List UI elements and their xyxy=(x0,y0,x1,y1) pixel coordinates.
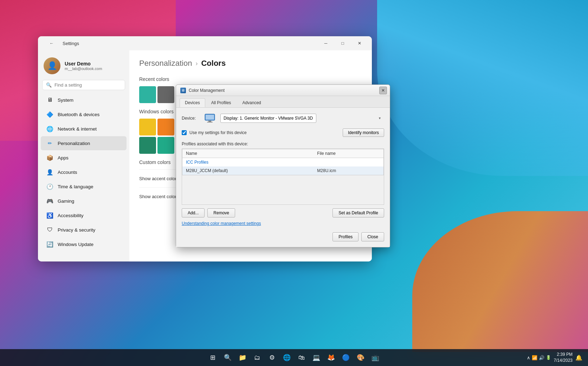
left-buttons: Add... Remove xyxy=(182,208,235,217)
sidebar-item-label-apps: Apps xyxy=(58,155,69,160)
windows-color-swatch[interactable] xyxy=(139,137,156,154)
notification-icon[interactable]: 🔔 xyxy=(575,354,582,361)
sidebar-item-label-update: Windows Update xyxy=(58,242,93,247)
taskbar: ⊞ 🔍 📁 🗂 ⚙ 🌐 🛍 💻 🦊 🔵 🎨 📺 ∧ 📶 🔊 🔋 2:39 PM … xyxy=(0,349,588,366)
tray-battery-icon[interactable]: 🔋 xyxy=(546,355,551,360)
sidebar-item-privacy[interactable]: 🛡 Privacy & security xyxy=(41,223,127,237)
window-controls: ─ □ ✕ xyxy=(318,38,368,49)
sidebar-item-bluetooth[interactable]: 🔷 Bluetooth & devices xyxy=(41,107,127,121)
tray-icon-1[interactable]: ∧ xyxy=(527,355,530,360)
tab-all-profiles[interactable]: All Profiles xyxy=(206,98,237,107)
recent-color-swatch[interactable] xyxy=(139,86,156,103)
monitor-svg xyxy=(204,114,215,123)
taskbar-search-icon[interactable]: 🔍 xyxy=(221,351,234,364)
maximize-button[interactable]: □ xyxy=(335,38,351,49)
taskbar-clock[interactable]: 2:39 PM 7/14/2023 xyxy=(554,352,573,364)
color-management-dialog: 🖥 Color Management ✕ Devices All Profile… xyxy=(176,84,390,247)
avatar: 👤 xyxy=(44,57,60,74)
taskbar-start-icon[interactable]: ⊞ xyxy=(207,351,219,364)
taskbar-settings-icon[interactable]: ⚙ xyxy=(266,351,278,364)
dialog-action-buttons: Add... Remove Set as Default Profile xyxy=(182,208,384,217)
system-tray-icons: ∧ 📶 🔊 🔋 xyxy=(527,355,551,360)
personalization-icon: ✏ xyxy=(46,140,53,147)
taskbar-firefox-icon[interactable]: 🦊 xyxy=(325,351,337,364)
add-button[interactable]: Add... xyxy=(182,208,205,217)
sidebar-item-network[interactable]: 🌐 Network & internet xyxy=(41,122,127,136)
recent-color-swatch[interactable] xyxy=(157,86,174,103)
bluetooth-icon: 🔷 xyxy=(46,111,53,118)
search-input[interactable] xyxy=(54,82,121,88)
taskbar-folder-icon[interactable]: 🗂 xyxy=(251,351,264,364)
icc-group-label: ICC Profiles xyxy=(182,158,314,167)
taskbar-terminal-icon[interactable]: 💻 xyxy=(310,351,323,364)
sidebar-item-label-network: Network & internet xyxy=(58,126,97,132)
profile-file: M28U.icm xyxy=(314,166,383,175)
sidebar: 👤 User Demo m__lab@outlook.com 🔍 🖥 Syste… xyxy=(38,50,129,261)
windows-color-swatch[interactable] xyxy=(157,137,174,154)
sidebar-item-update[interactable]: 🔄 Windows Update xyxy=(41,237,127,251)
taskbar-right: ∧ 📶 🔊 🔋 2:39 PM 7/14/2023 🔔 xyxy=(527,352,582,364)
identify-monitors-button[interactable]: Identify monitors xyxy=(343,128,384,137)
sidebar-item-personalization[interactable]: ✏ Personalization xyxy=(41,136,127,150)
user-info: User Demo m__lab@outlook.com xyxy=(65,61,124,71)
set-default-button[interactable]: Set as Default Profile xyxy=(332,208,384,217)
sidebar-item-gaming[interactable]: 🎮 Gaming xyxy=(41,194,127,208)
sidebar-item-accessibility[interactable]: ♿ Accessibility xyxy=(41,208,127,222)
tray-network-icon[interactable]: 📶 xyxy=(532,355,537,360)
network-icon: 🌐 xyxy=(46,125,53,132)
back-button[interactable]: ← xyxy=(44,38,60,49)
close-dialog-button[interactable]: Close xyxy=(361,232,384,241)
profiles-button[interactable]: Profiles xyxy=(332,232,358,241)
tray-volume-icon[interactable]: 🔊 xyxy=(539,355,544,360)
taskbar-task-icon[interactable]: 📺 xyxy=(369,351,382,364)
close-button[interactable]: ✕ xyxy=(351,38,368,49)
sidebar-item-label-accounts: Accounts xyxy=(58,170,77,175)
taskbar-files-icon[interactable]: 📁 xyxy=(236,351,249,364)
minimize-button[interactable]: ─ xyxy=(318,38,334,49)
taskbar-sublime-icon[interactable]: 🎨 xyxy=(354,351,367,364)
search-box[interactable]: 🔍 xyxy=(42,80,125,90)
recent-colors-title: Recent colors xyxy=(139,76,362,82)
update-icon: 🔄 xyxy=(46,241,53,248)
windows-color-swatch[interactable] xyxy=(157,119,174,135)
use-settings-checkbox[interactable] xyxy=(182,130,187,135)
col-name: Name xyxy=(182,149,314,158)
sidebar-item-label-bluetooth: Bluetooth & devices xyxy=(58,112,99,117)
breadcrumb-separator: › xyxy=(195,60,198,67)
dialog-bottom-actions: Profiles Close xyxy=(182,232,384,241)
window-title: Settings xyxy=(63,41,79,46)
sidebar-item-accounts[interactable]: 👤 Accounts xyxy=(41,165,127,179)
sidebar-item-system[interactable]: 🖥 System xyxy=(41,93,127,107)
tab-advanced[interactable]: Advanced xyxy=(237,98,266,107)
profile-row[interactable]: M28U_JCCM (default) M28U.icm xyxy=(182,166,384,175)
breadcrumb-current: Colors xyxy=(201,59,226,68)
taskbar-chrome-icon[interactable]: 🔵 xyxy=(340,351,352,364)
use-settings-label: Use my settings for this device xyxy=(189,130,247,135)
profile-name: M28U_JCCM (default) xyxy=(182,166,314,175)
svg-rect-1 xyxy=(206,115,214,120)
dialog-titlebar: 🖥 Color Management ✕ xyxy=(176,85,390,96)
taskbar-edge-icon[interactable]: 🌐 xyxy=(280,351,293,364)
user-email: m__lab@outlook.com xyxy=(65,67,124,71)
icc-group-row: ICC Profiles xyxy=(182,158,384,167)
sidebar-item-time[interactable]: 🕐 Time & language xyxy=(41,179,127,194)
tab-devices[interactable]: Devices xyxy=(180,98,205,107)
color-mgmt-link[interactable]: Understanding color management settings xyxy=(182,221,261,226)
monitor-icon xyxy=(203,113,216,123)
device-select-wrapper: Display: 1. Generic Monitor - VMware SVG… xyxy=(220,114,384,123)
apps-icon: 📦 xyxy=(46,154,53,161)
dialog-title-text: Color Management xyxy=(189,88,225,93)
sidebar-item-apps[interactable]: 📦 Apps xyxy=(41,151,127,165)
remove-button[interactable]: Remove xyxy=(207,208,235,217)
sidebar-item-label-system: System xyxy=(58,97,73,103)
dialog-body: Device: Display: 1. Generic Monitor - VM… xyxy=(176,108,390,247)
col-filename: File name xyxy=(314,149,383,158)
user-name: User Demo xyxy=(65,61,124,67)
clock-date: 7/14/2023 xyxy=(554,358,573,364)
breadcrumb: Personalization › Colors xyxy=(139,59,362,68)
accessibility-icon: ♿ xyxy=(46,212,53,219)
windows-color-swatch[interactable] xyxy=(139,119,156,135)
device-select[interactable]: Display: 1. Generic Monitor - VMware SVG… xyxy=(220,114,316,123)
taskbar-store-icon[interactable]: 🛍 xyxy=(295,351,308,364)
dialog-close-button[interactable]: ✕ xyxy=(379,87,387,94)
